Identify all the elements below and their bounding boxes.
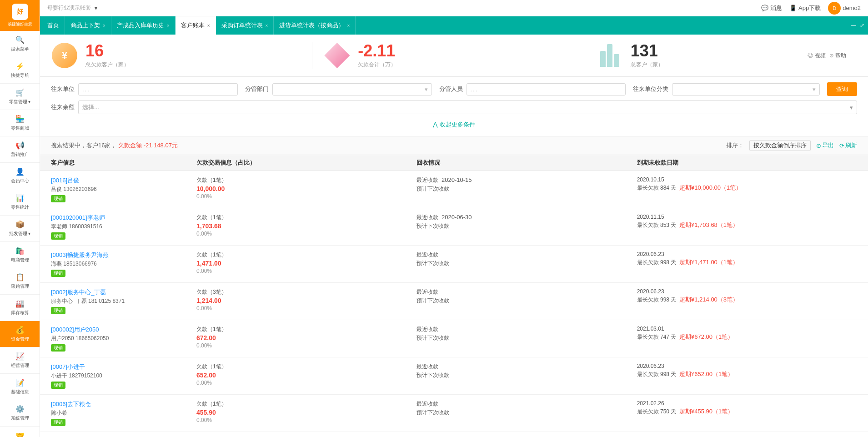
overdue-link-5[interactable]: 超期¥652.00（1笔） (679, 371, 733, 377)
avatar: D (828, 2, 841, 15)
sidebar-item-marketing[interactable]: 📢营销推广 (0, 136, 40, 163)
sidebar-item-search[interactable]: 🔍搜索菜单 (0, 31, 40, 57)
search-button[interactable]: 查询 (827, 82, 857, 96)
customer-tag-0: 现销 (51, 195, 65, 202)
nav-maximize[interactable]: ⤢ (860, 22, 864, 29)
nav-tab-production-history[interactable]: 产成品入库单历史× (111, 16, 176, 35)
debt-amount-1[interactable]: 1,703.68 (196, 222, 416, 230)
debt-pct-4: 0.00% (196, 342, 416, 349)
refresh-btn[interactable]: ⟳ 刷新 (839, 141, 857, 150)
overdue-link-1[interactable]: 超期¥1,703.68（1笔） (679, 221, 738, 228)
results-header: 搜索结果中，客户16家， 欠款金额 -21,148.07元 排序： 按欠款金额倒… (40, 136, 868, 155)
stats-bar: ¥ 16 总欠款客户（家） -2.11 欠款合计（万） (40, 35, 868, 77)
overdue-link-0[interactable]: 超期¥10,000.00（1笔） (679, 184, 742, 191)
table-header: 客户信息 欠款交易信息（占比） 回收情况 到期未收款日期 (40, 155, 868, 171)
customer-name-2[interactable]: [0003]畅捷服务尹海燕 (51, 251, 196, 259)
enterprise-collab-icon: 🤝 (15, 431, 25, 437)
customer-tag-5: 现销 (51, 382, 65, 389)
filter-row-1: 往来单位 ... 分管部门 ▾ 分管人员 ... (51, 82, 857, 96)
customer-name-3[interactable]: [0002]服务中心_丁磊 (51, 288, 196, 296)
nav-tab-inbound-stats[interactable]: 进货单统计表（按商品）× (274, 16, 356, 35)
stat-overdue-customers: ¥ 16 总欠款客户（家） (51, 42, 312, 69)
customer-tag-3: 现销 (51, 307, 65, 314)
nav-minimize[interactable]: — (851, 22, 856, 29)
sidebar-item-business-mgmt[interactable]: 📈经营管理 (0, 347, 40, 374)
overdue-link-2[interactable]: 超期¥1,471.00（1笔） (679, 259, 738, 266)
sidebar-item-system[interactable]: ⚙️系统管理 (0, 400, 40, 427)
stat-info-amount: -2.11 欠款合计（万） (358, 43, 396, 69)
help-btn[interactable]: ⊙ 帮助 (829, 52, 846, 60)
manager-label: 分管人员 (439, 85, 463, 93)
app-download-btn[interactable]: 📱 App下载 (789, 4, 821, 12)
sidebar-item-basic-info[interactable]: 📝基础信息 (0, 374, 40, 400)
video-help[interactable]: ◎ 视频 (808, 52, 825, 60)
results-actions: 排序： 按欠款金额倒序排序 ⊙ 导出 ⟳ 刷新 (726, 140, 857, 151)
sidebar-item-member[interactable]: 👤会员中心 (0, 163, 40, 189)
marketing-icon: 📢 (15, 141, 25, 150)
sidebar-item-ecommerce[interactable]: 🛍️电商管理 (0, 242, 40, 268)
balance-select[interactable]: 选择... ▾ (78, 100, 857, 114)
sidebar-item-finance[interactable]: 💰资金管理 (0, 321, 40, 347)
close-tab-customer-account[interactable]: × (207, 23, 210, 28)
col-collection: 回收情况 (416, 159, 637, 167)
close-tab-purchase-order[interactable]: × (266, 23, 268, 28)
nav-tab-customer-account[interactable]: 客户账本× (176, 16, 216, 35)
customer-name-4[interactable]: [000002]用户2050 (51, 326, 196, 334)
collection-info-2: 最近收款 预计下次收款 (416, 251, 637, 268)
basic-info-icon: 📝 (15, 378, 25, 387)
debt-amount-6[interactable]: 455.90 (196, 409, 416, 416)
overdue-link-3[interactable]: 超期¥1,214.00（3笔） (679, 296, 738, 303)
sidebar-item-batch-mgmt[interactable]: 📦批发管理 ▾ (0, 216, 40, 242)
nav-tab-purchase-order[interactable]: 采购订单统计表× (216, 16, 274, 35)
debt-amount-2[interactable]: 1,471.00 (196, 260, 416, 267)
filter-balance: 往来余额 选择... ▾ (51, 100, 857, 114)
close-tab-product-off[interactable]: × (103, 23, 105, 28)
collection-info-4: 最近收款 预计下次收款 (416, 326, 637, 343)
collapse-bar[interactable]: ⋀ 收起更多条件 (51, 119, 857, 131)
recent-label-4: 最近收款 (416, 326, 637, 333)
inventory-icon: 🏭 (15, 299, 25, 308)
message-btn[interactable]: 💬 消息 (761, 4, 782, 12)
debt-amount-5[interactable]: 652.00 (196, 372, 416, 379)
user-menu[interactable]: D demo2 (828, 2, 861, 15)
overdue-detail-0: 最长欠款 884 天 超期¥10,000.00（1笔） (637, 184, 857, 192)
ecommerce-icon: 🛍️ (15, 246, 25, 255)
subtitle-dropdown[interactable]: ▾ (95, 5, 97, 11)
from-unit-input[interactable]: ... (78, 83, 238, 95)
export-btn[interactable]: ⊙ 导出 (816, 141, 834, 150)
close-tab-inbound-stats[interactable]: × (347, 23, 350, 28)
customer-tag-6: 现销 (51, 419, 65, 426)
debt-amount-0[interactable]: 10,000.00 (196, 185, 416, 192)
due-date-2: 2020.06.23 (637, 251, 857, 257)
overdue-link-6[interactable]: 超期¥455.90（1笔） (679, 408, 733, 415)
manager-input[interactable]: ... (467, 83, 626, 95)
top-header-right: 💬 消息 📱 App下载 D demo2 (761, 2, 861, 15)
sidebar-item-retail-mgmt[interactable]: 🛒零售管理 ▾ (0, 84, 40, 110)
division-input[interactable]: ▾ (272, 83, 432, 95)
sidebar-item-retail-mall[interactable]: 🏪零售商城 (0, 110, 40, 136)
customer-name-0[interactable]: [0016]吕俊 (51, 176, 196, 185)
debt-amount-3[interactable]: 1,214.00 (196, 297, 416, 304)
sidebar-item-quick-nav[interactable]: ⚡快捷导航 (0, 57, 40, 84)
recent-label-5: 最近收款 (416, 363, 637, 371)
sidebar-item-enterprise-collab[interactable]: 🤝企业协同 (0, 427, 40, 437)
stat-help-area: ◎ 视频 ⊙ 帮助 (808, 52, 846, 60)
recent-label-6: 最近收款 (416, 400, 637, 408)
customer-name-5[interactable]: [0007]小进干 (51, 363, 196, 371)
nav-tab-home[interactable]: 首页 (44, 16, 65, 35)
debt-info-4: 欠款（1笔） 672.00 0.00% (196, 326, 416, 349)
sidebar-item-retail-stats[interactable]: 📊零售统计 (0, 189, 40, 216)
overdue-link-4[interactable]: 超期¥672.00（1笔） (679, 333, 733, 340)
stat-info-overdue: 16 总欠款客户（家） (85, 43, 129, 69)
close-tab-production-history[interactable]: × (167, 23, 170, 28)
sidebar-item-inventory[interactable]: 🏭库存核算 (0, 295, 40, 321)
customer-name-6[interactable]: [0006]去下粮仓 (51, 400, 196, 408)
nav-tab-product-off[interactable]: 商品上下架× (65, 16, 111, 35)
sort-dropdown[interactable]: 按欠款金额倒序排序 (749, 140, 811, 151)
debt-info-6: 欠款（1笔） 455.90 0.00% (196, 400, 416, 423)
collection-info-3: 最近收款 预计下次收款 (416, 288, 637, 306)
customer-name-1[interactable]: [0001020001]李老师 (51, 214, 196, 222)
unit-class-input[interactable]: ▾ (672, 83, 820, 95)
sidebar-item-purchase[interactable]: 📋采购管理 (0, 268, 40, 295)
debt-amount-4[interactable]: 672.00 (196, 334, 416, 342)
